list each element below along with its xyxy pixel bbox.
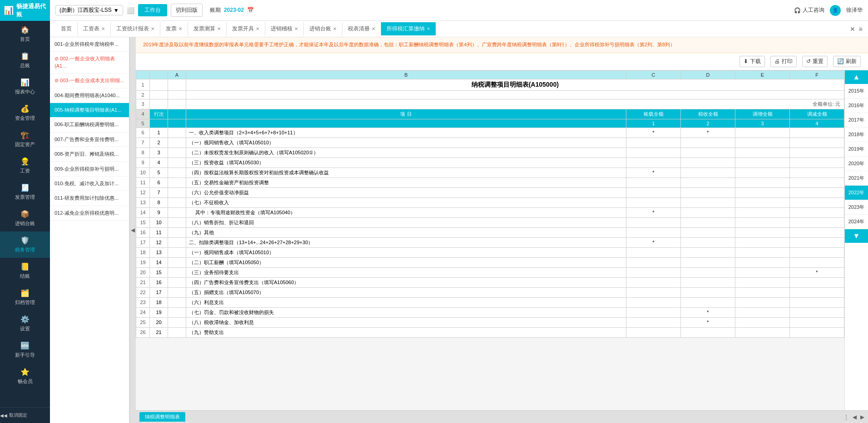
left-item-008[interactable]: 008-资产折旧、摊销及纳税... [50, 147, 129, 162]
year-nav-up[interactable]: ▲ [845, 70, 868, 84]
left-item-001[interactable]: 001-企业所得税年度纳税申... [50, 37, 129, 52]
th-hang [150, 70, 168, 79]
tab-payroll-report[interactable]: 工资统计报表 ✕ [111, 22, 160, 35]
tab-invoice[interactable]: 发票 ✕ [160, 22, 188, 35]
sidebar-item-vip[interactable]: ⭐ 畅会员 [0, 363, 50, 389]
tab-close-income-tax[interactable]: ✕ [427, 26, 430, 31]
tab-close-purchase-audit[interactable]: ✕ [294, 26, 298, 31]
tab-close-tax-list[interactable]: ✕ [372, 26, 375, 31]
content-area: 001-企业所得税年度纳税申... ⊘ 002-一般企业收入明细表(A1... … [50, 37, 868, 423]
reset-button[interactable]: ↺ 重置 [802, 56, 828, 67]
left-item-010[interactable]: 010-免税、减计收入及加计... [50, 177, 129, 191]
sidebar-item-guide[interactable]: 🆕 新手引导 [0, 337, 50, 363]
company-name: (勿删）江西股宝-LSS [60, 6, 112, 14]
table-row: 23 18 （六）利息支出 [136, 297, 844, 307]
left-item-011[interactable]: 011-研发费用加计扣除优惠... [50, 191, 129, 206]
year-2024[interactable]: 2024年 [845, 215, 868, 229]
sidebar-item-reports[interactable]: 📊 报表中心 [0, 74, 50, 100]
table-row: 19 14 （二）职工薪酬（填写A105050） [136, 257, 844, 267]
year-2022[interactable]: 2022年 [845, 186, 868, 200]
year-2020[interactable]: 2020年 [845, 157, 868, 171]
sidebar-item-settings[interactable]: ⚙️ 设置 [0, 310, 50, 337]
scroll-info-icon: ⋮ [843, 414, 849, 420]
copy-icon[interactable]: ⬜ [127, 7, 134, 14]
left-item-005[interactable]: 005-纳税调整项目明细表(A1... [50, 103, 129, 118]
table-row: 1 纳税调整项目明细表(A105000) [136, 79, 844, 90]
table-row: 21 16 （四）广告费和业务宣传费支出（填写A105060） [136, 277, 844, 287]
sidebar-item-payroll[interactable]: 👷 工资 [0, 152, 50, 179]
year-2018[interactable]: 2018年 [845, 128, 868, 142]
left-item-002[interactable]: ⊘ 002-一般企业收入明细表(A1... [50, 52, 129, 74]
year-2019[interactable]: 2019年 [845, 142, 868, 157]
sidebar-label-tax: 税务管理 [15, 246, 35, 253]
sidebar-item-ledger[interactable]: 📋 总账 [0, 47, 50, 74]
tab-tax-list[interactable]: 税表清册 ✕ [342, 22, 381, 35]
refresh-button[interactable]: 🔄 刷新 [833, 56, 861, 67]
left-item-012[interactable]: 012-减免企业所得税优惠明... [50, 206, 129, 221]
left-item-007[interactable]: 007-广告费和业务宣传费明... [50, 133, 129, 147]
year-2016[interactable]: 2016年 [845, 98, 868, 113]
company-selector[interactable]: (勿删）江西股宝-LSS ▼ [55, 5, 123, 15]
warning-bar: 2019年度涉及取以前年度继续数据的审报表单元格需要手工维护正确，才能保证本年及… [136, 37, 868, 53]
sidebar-item-funds[interactable]: 💰 资金管理 [0, 100, 50, 126]
customer-service-button[interactable]: 🎧 人工咨询 [794, 6, 824, 14]
workbench-button[interactable]: 工作台 [138, 4, 167, 16]
tab-close-payroll-report[interactable]: ✕ [151, 26, 154, 31]
reports-icon: 📊 [20, 78, 30, 87]
tab-invoice-issue[interactable]: 发票开具 ✕ [227, 22, 265, 35]
settings-icon: ⚙️ [20, 315, 30, 324]
left-item-004[interactable]: 004-期间费用明细表(A1040... [50, 89, 129, 103]
close-all-icon[interactable]: ✕ [850, 25, 855, 33]
avatar: 👤 [830, 5, 841, 16]
year-2017[interactable]: 2017年 [845, 113, 868, 128]
sidebar-label-guide: 新手引导 [15, 352, 35, 359]
calendar-icon[interactable]: 📅 [247, 7, 254, 13]
year-nav-down[interactable]: ▼ [845, 229, 868, 243]
tab-close-payroll[interactable]: ✕ [101, 26, 105, 31]
sidebar-item-purchase-sales[interactable]: 📦 进销台账 [0, 205, 50, 231]
bottom-bar-right: ⋮ ◀ ▶ [843, 414, 864, 420]
year-2015[interactable]: 2015年 [845, 84, 868, 98]
switch-old-button[interactable]: 切到旧版 [171, 4, 203, 17]
chevron-down-icon: ▼ [114, 7, 119, 14]
tab-income-tax[interactable]: 所得税汇算缴纳 ✕ [381, 22, 436, 35]
table-row: 9 4 （三）投资收益（填写A105030） [136, 157, 844, 167]
table-year-container: A B C D E F 1 [136, 70, 868, 410]
sidebar-item-home[interactable]: 🏠 首页 [0, 21, 50, 47]
left-item-009[interactable]: 009-企业所得税弥补亏损明... [50, 162, 129, 177]
sidebar-item-closing[interactable]: 📒 结账 [0, 258, 50, 284]
tab-purchase-ledger[interactable]: 进销台账 ✕ [304, 22, 342, 35]
more-icon[interactable]: ≡ [859, 25, 863, 33]
col-header-3: 调增全额 [735, 109, 790, 119]
tab-close-invoice-calc[interactable]: ✕ [217, 26, 221, 31]
sidebar-item-invoice[interactable]: 🧾 发票管理 [0, 179, 50, 205]
panel-collapse-handle[interactable]: ◀ [129, 37, 136, 423]
sidebar-item-assets[interactable]: 🏗️ 固定资产 [0, 126, 50, 152]
purchase-sales-icon: 📦 [20, 210, 30, 218]
tab-close-invoice[interactable]: ✕ [179, 26, 182, 31]
year-2021[interactable]: 2021年 [845, 171, 868, 186]
tab-invoice-calc[interactable]: 发票测算 ✕ [188, 22, 227, 35]
scroll-right-icon[interactable]: ▶ [860, 414, 864, 420]
table-header-row: 4 行次 项 目 账载全额 税收全额 调增全额 调减全额 [136, 109, 844, 119]
left-item-003[interactable]: ⊘ 003-一般企业成本支出明细... [50, 74, 129, 88]
left-item-006[interactable]: 006-职工薪酬纳税调整明细... [50, 118, 129, 132]
sidebar: 📊 畅捷通易代账 🏠 首页 📋 总账 📊 报表中心 💰 资金管理 🏗️ 固定资产… [0, 0, 50, 423]
logo-text: 畅捷通易代账 [16, 2, 46, 19]
scroll-left-icon[interactable]: ◀ [853, 414, 857, 420]
sidebar-item-tax[interactable]: 🛡️ 税务管理 [0, 231, 50, 258]
tab-payroll[interactable]: 工资表 ✕ [78, 22, 111, 35]
year-2023[interactable]: 2023年 [845, 200, 868, 215]
unpin-button[interactable]: ◀◀ 取消固定 [0, 408, 50, 423]
archive-icon: 🗂️ [20, 289, 30, 297]
download-button[interactable]: ⬇ 下载 [739, 56, 765, 67]
tab-purchase-audit[interactable]: 进销稽核 ✕ [265, 22, 304, 35]
sidebar-item-archive[interactable]: 🗂️ 归档管理 [0, 284, 50, 310]
print-button[interactable]: 🖨 打印 [770, 56, 797, 67]
main-area: (勿删）江西股宝-LSS ▼ ⬜ 工作台 切到旧版 账期 2023-02 📅 🎧… [50, 0, 868, 423]
tab-home[interactable]: 首页 [55, 22, 78, 35]
bottom-tab-item[interactable]: 纳税调整明细表 [139, 412, 185, 422]
th-cola: A [168, 70, 186, 79]
tab-close-purchase-ledger[interactable]: ✕ [333, 26, 337, 31]
tab-close-invoice-issue[interactable]: ✕ [256, 26, 259, 31]
